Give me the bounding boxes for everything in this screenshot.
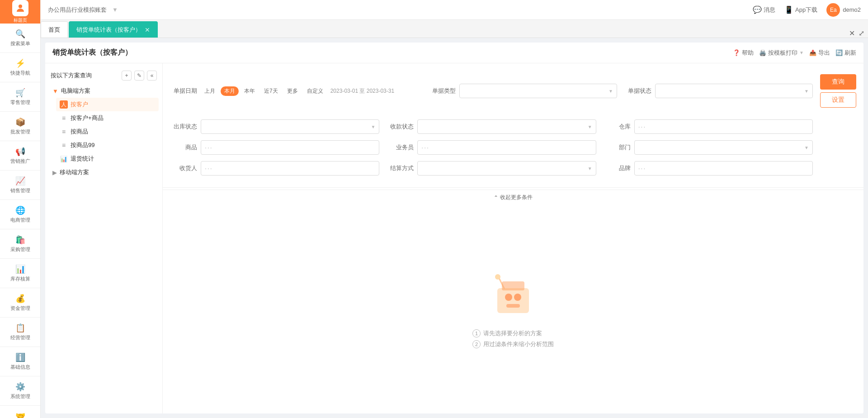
- scheme-header: 按以下方案查询 + ✎ «: [45, 67, 162, 84]
- nav-item-0[interactable]: 🔍搜索菜单: [0, 24, 41, 53]
- date-tab-custom[interactable]: 自定义: [303, 86, 327, 96]
- date-tab-this-year[interactable]: 本年: [241, 86, 259, 96]
- collapse-label: 收起更多条件: [500, 194, 533, 201]
- user-name: demo2: [843, 6, 861, 13]
- date-tab-last-month[interactable]: 上月: [201, 86, 219, 96]
- tab-close-icon[interactable]: ✕: [145, 26, 150, 33]
- scheme-group-pc-header[interactable]: ▼ 电脑端方案: [49, 84, 159, 98]
- app-download-icon: 📱: [784, 5, 793, 14]
- settings-btn[interactable]: 设置: [820, 92, 856, 108]
- nav-icon-4: 📢: [15, 147, 25, 157]
- filter-receive-input[interactable]: ▼: [417, 119, 596, 134]
- filter-status-arrow-icon: ▼: [804, 89, 809, 94]
- tab-expand-icon[interactable]: ⤢: [859, 29, 864, 38]
- nav-item-5[interactable]: 📈销售管理: [0, 171, 41, 200]
- filter-row-4: 收货人 ··· 结算方式 ▼: [170, 161, 856, 176]
- query-btn[interactable]: 查询: [820, 74, 856, 90]
- help-label: 帮助: [742, 49, 754, 57]
- nav-item-7[interactable]: 🛍️采购管理: [0, 229, 41, 259]
- nav-item-13[interactable]: 🤝企业协同: [0, 406, 41, 418]
- nav-label-10: 经营管理: [10, 334, 30, 341]
- scheme-item-goods[interactable]: ≡ 按商品: [56, 125, 159, 138]
- help-btn[interactable]: ❓ 帮助: [733, 49, 754, 57]
- nav-item-12[interactable]: ⚙️系统管理: [0, 376, 41, 406]
- filter-settle-input[interactable]: ▼: [417, 161, 596, 176]
- app-download-btn[interactable]: 📱 App下载: [784, 5, 817, 14]
- filter-goods-input[interactable]: ···: [201, 140, 379, 155]
- nav-item-9[interactable]: 💰资金管理: [0, 288, 41, 318]
- filter-goods-dots-icon: ···: [205, 144, 213, 151]
- filter-dept-input[interactable]: ▼: [634, 140, 813, 155]
- tab-home[interactable]: 首页: [41, 21, 68, 38]
- nav-item-10[interactable]: 📋经营管理: [0, 318, 41, 347]
- filter-type-item: 单据类型 ▼: [429, 84, 617, 98]
- scheme-item-customer[interactable]: 人 按客户: [56, 98, 159, 111]
- export-icon: 📤: [809, 49, 816, 56]
- scheme-item-customer-goods[interactable]: ≡ 按客户+商品: [56, 111, 159, 125]
- app-title-arrow[interactable]: ▼: [112, 6, 118, 13]
- scheme-group-expand-icon: ▼: [52, 88, 58, 95]
- export-btn[interactable]: 📤 导出: [809, 49, 830, 57]
- nav-label-0: 搜索菜单: [10, 40, 30, 47]
- collapse-conditions-btn[interactable]: ⌃ 收起更多条件: [494, 194, 533, 201]
- nav-label-2: 零售管理: [10, 99, 30, 106]
- scheme-item-customer-goods-icon: ≡: [60, 114, 68, 122]
- page-header: 销货单统计表（按客户） ❓ 帮助 🖨️ 按模板打印 ▼ 📤 导出: [45, 43, 863, 63]
- filter-warehouse-item: 仓库 ···: [604, 119, 813, 134]
- print-btn[interactable]: 🖨️ 按模板打印 ▼: [759, 49, 804, 57]
- scheme-group-pc-children: 人 按客户 ≡ 按客户+商品 ≡ 按商品: [49, 98, 159, 166]
- scheme-group-mobile-expand-icon: ▶: [52, 169, 57, 176]
- message-icon: 💬: [753, 5, 762, 14]
- collapse-up-icon: ⌃: [494, 195, 498, 201]
- scheme-item-return[interactable]: 📊 退货统计: [56, 152, 159, 166]
- page-title: 销货单统计表（按客户）: [52, 48, 132, 57]
- print-arrow-icon: ▼: [799, 50, 804, 55]
- refresh-btn[interactable]: 🔄 刷新: [835, 49, 856, 57]
- filter-out-input[interactable]: ▼: [201, 119, 379, 134]
- message-btn[interactable]: 💬 消息: [753, 5, 775, 14]
- scheme-collapse-btn[interactable]: «: [147, 71, 157, 81]
- date-tab-more[interactable]: 更多: [283, 86, 302, 96]
- filter-staff-input[interactable]: ···: [417, 140, 596, 155]
- filter-fields: 单据日期 上月 本月 本年 近7天 更多 自定义 2023-03-01 至 20…: [163, 63, 863, 187]
- date-tab-7days[interactable]: 近7天: [260, 86, 282, 96]
- scheme-item-goods99[interactable]: ≡ 按商品99: [56, 138, 159, 152]
- nav-icon-12: ⚙️: [15, 382, 25, 392]
- filter-warehouse-input[interactable]: ···: [634, 119, 813, 134]
- filter-out-label: 出库状态: [170, 123, 197, 131]
- nav-label-4: 营销推广: [10, 158, 30, 165]
- nav-item-3[interactable]: 📦批发管理: [0, 112, 41, 141]
- user-info[interactable]: Ea demo2: [826, 3, 861, 17]
- filter-type-arrow-icon: ▼: [609, 89, 613, 94]
- filter-status-input[interactable]: ▼: [655, 84, 813, 98]
- main-area: 办公用品行业模拟账套 ▼ 💬 消息 📱 App下载 Ea demo2 首页 销货…: [41, 0, 868, 418]
- filter-receiver-input[interactable]: ···: [201, 161, 379, 176]
- filter-brand-input[interactable]: ···: [634, 161, 813, 176]
- scheme-item-customer-goods-label: 按客户+商品: [71, 114, 104, 122]
- nav-item-8[interactable]: 📊库存核算: [0, 259, 41, 288]
- nav-item-2[interactable]: 🛒零售管理: [0, 82, 41, 112]
- tab-bar: 首页 销货单统计表（按客户） ✕ ✕ ⤢: [41, 20, 868, 38]
- nav-label-5: 销售管理: [10, 187, 30, 194]
- filter-receive-label: 收款状态: [387, 123, 414, 131]
- nav-label-9: 资金管理: [10, 305, 30, 312]
- filter-dept-item: 部门 ▼: [604, 140, 813, 155]
- date-filter: 上月 本月 本年 近7天 更多 自定义 2023-03-01 至 2023-03…: [201, 86, 394, 96]
- filter-dept-label: 部门: [604, 143, 631, 152]
- nav-label-7: 采购管理: [10, 246, 30, 253]
- tab-close-all-icon[interactable]: ✕: [849, 29, 855, 38]
- logo[interactable]: 标题页: [0, 0, 41, 24]
- tab-report[interactable]: 销货单统计表（按客户） ✕: [69, 21, 158, 38]
- scheme-add-btn[interactable]: +: [122, 71, 132, 81]
- scheme-group-mobile: ▶ 移动端方案: [45, 166, 162, 179]
- scheme-group-mobile-header[interactable]: ▶ 移动端方案: [49, 166, 159, 179]
- nav-item-4[interactable]: 📢营销推广: [0, 141, 41, 171]
- svg-point-3: [505, 294, 512, 301]
- scheme-edit-btn[interactable]: ✎: [134, 71, 144, 81]
- date-range-display: 2023-03-01 至 2023-03-31: [330, 87, 394, 95]
- nav-item-11[interactable]: ℹ️基础信息: [0, 347, 41, 376]
- date-tab-this-month[interactable]: 本月: [221, 86, 239, 96]
- filter-type-input[interactable]: ▼: [459, 84, 617, 98]
- nav-item-1[interactable]: ⚡快捷导航: [0, 53, 41, 82]
- nav-item-6[interactable]: 🌐电商管理: [0, 200, 41, 229]
